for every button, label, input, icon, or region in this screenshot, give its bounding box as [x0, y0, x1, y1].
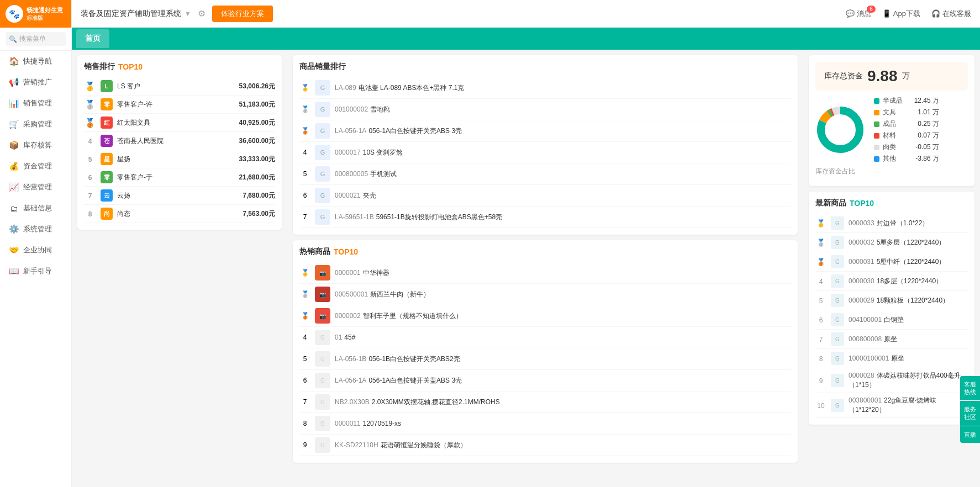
rank-amount: 33,333.00元 — [239, 155, 275, 164]
new-name: 0000028体碳荔枝味苏打饮品400毫升（1*15） — [849, 371, 968, 390]
rank-list-item: 🥉 红 红太阳文具 40,925.00元 — [84, 114, 275, 132]
sidebar-item-库存核算[interactable]: 📦库存核算 — [0, 135, 71, 156]
nav-label: 营销推广 — [23, 77, 52, 87]
hot-product-item: 🥇 📷 0000001中华神器 — [299, 262, 791, 284]
chevron-down-icon[interactable]: ▼ — [185, 10, 191, 18]
hot-product-item: 🥈 📷 000500001新西兰牛肉（新牛） — [299, 284, 791, 305]
sidebar-nav: 🏠快捷导航📢营销推广📊销售管理🛒采购管理📦库存核算💰资金管理📈经营管理🗂基础信息… — [0, 51, 71, 282]
settings-icon[interactable]: ⚙ — [198, 8, 206, 19]
sidebar-item-采购管理[interactable]: 🛒采购管理 — [0, 114, 71, 135]
float-btn-直播[interactable]: 直播 — [960, 426, 980, 443]
legend-value: 12.45 万 — [906, 96, 939, 105]
new-product-item: 4 G 000003018多层（1220*2440） — [815, 272, 968, 291]
sold-rank: 🥈 — [299, 105, 310, 113]
new-thumb: G — [831, 255, 844, 268]
float-buttons: 客服热线服务社区直播 — [960, 376, 980, 443]
hot-rank: 8 — [299, 420, 310, 427]
new-rank: 10 — [815, 401, 826, 410]
nav-icon: 📢 — [9, 77, 19, 87]
new-thumb: G — [831, 332, 844, 346]
legend-item: 材料 0.07 万 — [874, 131, 939, 140]
legend-item: 文具 1.01 万 — [874, 108, 939, 117]
new-thumb: G — [831, 313, 844, 326]
trial-button[interactable]: 体验行业方案 — [212, 6, 273, 22]
legend-dot — [874, 121, 879, 127]
online-service-button[interactable]: 🎧 在线客服 — [931, 9, 971, 19]
tab-home[interactable]: 首页 — [76, 29, 109, 48]
search-menu-button[interactable]: 🔍 搜索菜单 — [6, 32, 66, 46]
rank-avatar: L — [101, 80, 113, 92]
new-name: 00000325厘多层（1220*2440） — [849, 238, 968, 247]
rank-list-item: 5 星 星扬 33,333.00元 — [84, 150, 275, 168]
rank-num: 5 — [88, 156, 92, 163]
topbar: 装备及固定资产辅助管理系统 ▼ ⚙ 体验行业方案 💬 消息 6 📱 App下载 … — [72, 0, 980, 28]
sidebar-item-系统管理[interactable]: ⚙️系统管理 — [0, 219, 71, 240]
rank-name: 零售客户-许 — [117, 100, 235, 109]
hot-rank: 5 — [299, 355, 310, 363]
new-rank: 9 — [815, 377, 826, 385]
sidebar-item-营销推广[interactable]: 📢营销推广 — [0, 72, 71, 93]
legend-value: 1.01 万 — [906, 108, 939, 117]
rank-amount: 36,600.00元 — [239, 136, 275, 146]
sidebar-item-新手引导[interactable]: 📖新手引导 — [0, 261, 71, 282]
new-rank: 4 — [815, 277, 826, 285]
sold-name: 0000021夹壳 — [335, 191, 791, 200]
new-rank: 8 — [815, 354, 826, 363]
rank-num: 4 — [88, 137, 92, 145]
sidebar-search-container[interactable]: 🔍 搜索菜单 — [0, 28, 71, 51]
hot-rank: 🥇 — [299, 269, 310, 277]
hot-product-item: 9 G KK-SD22110H花语萌恒温分娩睡袋（厚款） — [299, 435, 791, 456]
rank-name: 零售客户-于 — [117, 173, 235, 182]
nav-label: 资金管理 — [23, 161, 52, 171]
new-thumb: G — [831, 236, 844, 249]
rank-avatar: 尚 — [101, 208, 113, 220]
legend-item: 成品 0.25 万 — [874, 119, 939, 129]
hot-product-item: 4 G 0145# — [299, 327, 791, 348]
inventory-chart-label: 库存资金占比 — [815, 167, 968, 176]
inventory-total: 库存总资金 9.88 万 — [815, 62, 968, 91]
new-product-item: 7 G 000800008原坐 — [815, 330, 968, 349]
sold-name: 000800005手机测试 — [335, 170, 791, 179]
message-icon: 💬 — [846, 9, 855, 18]
legend-item: 其他 -3.86 万 — [874, 154, 939, 163]
new-name: 000003018多层（1220*2440） — [849, 277, 968, 286]
sold-name: LA-089电池盖 LA-089 ABS本色+黑种 7.1克 — [335, 83, 791, 93]
rank-medal: 🥇 — [84, 81, 96, 92]
message-button[interactable]: 💬 消息 6 — [846, 9, 871, 19]
right-column: 库存总资金 9.88 万 — [803, 50, 980, 487]
hot-product-item: 5 G LA-056-1B056-1B白色按键开关壳ABS2壳 — [299, 348, 791, 370]
sidebar-item-经营管理[interactable]: 📈经营管理 — [0, 177, 71, 198]
sold-rank: 4 — [299, 149, 310, 156]
content-area: 销售排行 TOP10 🥇 L LS 客户 53,006.26元 🥈 零 零售客户… — [72, 50, 980, 487]
rank-medal: 🥈 — [84, 99, 96, 110]
float-btn-服务社区[interactable]: 服务社区 — [960, 401, 980, 426]
main-area: 装备及固定资产辅助管理系统 ▼ ⚙ 体验行业方案 💬 消息 6 📱 App下载 … — [72, 0, 980, 487]
nav-label: 销售管理 — [23, 98, 52, 108]
new-product-item: 10 G 00380000122g鱼豆腐·烧烤味（1*12*20） — [815, 393, 968, 418]
app-download-button[interactable]: 📱 App下载 — [882, 9, 920, 19]
legend-dot — [874, 98, 879, 104]
legend-label: 其他 — [883, 154, 896, 163]
sidebar-item-企业协同[interactable]: 🤝企业协同 — [0, 240, 71, 261]
new-rank: 🥉 — [815, 258, 826, 266]
sidebar-item-基础信息[interactable]: 🗂基础信息 — [0, 198, 71, 219]
rank-list-item: 4 苍 苍南县人民医院 36,600.00元 — [84, 132, 275, 150]
rank-amount: 7,563.00元 — [243, 209, 275, 219]
topbar-right: 💬 消息 6 📱 App下载 🎧 在线客服 — [846, 9, 971, 19]
sidebar-item-销售管理[interactable]: 📊销售管理 — [0, 93, 71, 114]
rank-name: 红太阳文具 — [117, 118, 235, 128]
sidebar-item-快捷导航[interactable]: 🏠快捷导航 — [0, 51, 71, 72]
hot-product-item: 8 G 000001112070519-xs — [299, 413, 791, 435]
new-rank: 🥈 — [815, 239, 826, 247]
hot-thumb: G — [315, 437, 330, 453]
hot-name: 000001112070519-xs — [335, 420, 791, 427]
left-column: 销售排行 TOP10 🥇 L LS 客户 53,006.26元 🥈 零 零售客户… — [72, 50, 287, 487]
new-products-title: 最新商品 TOP10 — [815, 198, 968, 208]
hot-rank: 🥈 — [299, 290, 310, 298]
legend-dot — [874, 156, 879, 162]
float-btn-客服热线[interactable]: 客服热线 — [960, 376, 980, 401]
sold-rank: 6 — [299, 192, 310, 199]
sidebar-item-资金管理[interactable]: 💰资金管理 — [0, 156, 71, 177]
sold-rank: 7 — [299, 213, 310, 221]
hot-name: KK-SD22110H花语萌恒温分娩睡袋（厚款） — [335, 441, 791, 450]
